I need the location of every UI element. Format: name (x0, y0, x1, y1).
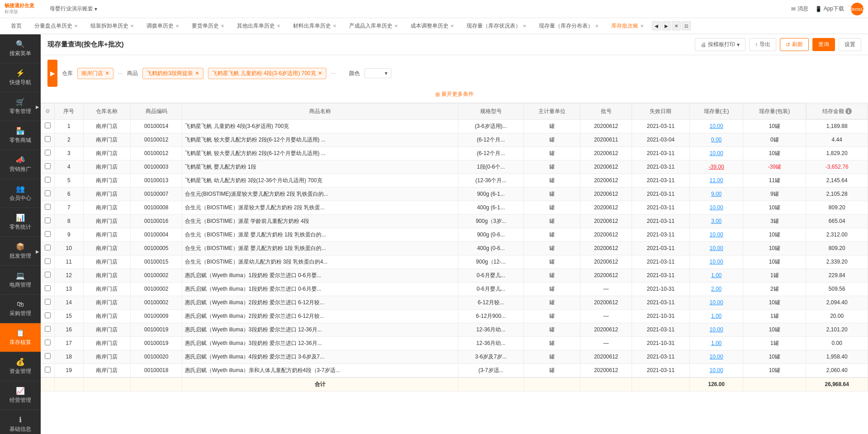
close-icon[interactable]: ✕ (450, 24, 454, 28)
row-checkbox[interactable] (45, 285, 51, 291)
tab-material-out[interactable]: 材料出库单历史 ✕ (287, 19, 343, 33)
sidebar-item-retail-shop[interactable]: 🏪 零售商城 (0, 121, 41, 150)
row-checkbox[interactable] (45, 217, 51, 223)
sidebar-item-shortcut[interactable]: ⚡ 快捷导航 (0, 63, 41, 92)
tab-cost-adjust[interactable]: 成本调整单历史 ✕ (404, 19, 460, 33)
filter-collapse-btn[interactable]: ▶ (47, 60, 57, 87)
close-icon[interactable]: ✕ (130, 24, 134, 28)
row-checkbox[interactable] (45, 326, 51, 332)
template-print-btn[interactable]: 🖨 按模板打印 ▾ (695, 38, 745, 51)
row-checkbox[interactable] (45, 136, 51, 142)
warehouse-more[interactable]: ··· (118, 70, 123, 76)
gear-icon[interactable]: ⚙ (45, 108, 50, 114)
td-checkbox (41, 133, 55, 146)
row-checkbox[interactable] (45, 150, 51, 156)
td-stock-pack: 10罐 (743, 255, 806, 269)
tab-product-in[interactable]: 产成品入库单历史 ✕ (343, 19, 404, 33)
tab-stock-dist[interactable]: 现存量（库存分布表） ✕ (533, 19, 605, 33)
export-btn[interactable]: ↑ 导出 (749, 38, 776, 51)
td-stock-main[interactable]: 1.00 (689, 309, 743, 323)
product-more[interactable]: ··· (331, 70, 335, 76)
tab-home[interactable]: 首页 (5, 19, 28, 33)
color-select[interactable]: ▾ (364, 68, 392, 78)
context-selector[interactable]: 母婴行业演示账套 ▾ (50, 5, 97, 13)
close-icon[interactable]: ✕ (74, 24, 78, 28)
expand-conditions-btn[interactable]: ⊞ 展开更多条件 (47, 90, 861, 98)
td-stock-main[interactable]: 10.00 (689, 255, 743, 269)
balance-info-icon[interactable]: ℹ (845, 108, 852, 114)
refresh-btn[interactable]: ↺ 刷新 (780, 38, 809, 51)
close-icon[interactable]: ✕ (221, 24, 224, 28)
tab-batch-ledger[interactable]: 库存批次账 ✕ (605, 19, 650, 33)
tab-require[interactable]: 要货单历史 ✕ (185, 19, 231, 33)
close-icon[interactable]: ✕ (523, 24, 526, 28)
row-checkbox[interactable] (45, 353, 51, 359)
warehouse-remove-btn[interactable]: ✕ (105, 70, 109, 76)
row-checkbox[interactable] (45, 312, 51, 318)
td-stock-main[interactable]: 10.00 (689, 350, 743, 363)
td-stock-main[interactable]: 10.00 (689, 241, 743, 255)
td-stock-main[interactable]: 10.00 (689, 296, 743, 309)
close-icon[interactable]: ✕ (175, 24, 179, 28)
row-checkbox[interactable] (45, 204, 51, 210)
sidebar-item-ecommerce[interactable]: 💻 电商管理 (0, 266, 41, 295)
sidebar-item-wholesale[interactable]: 📦 批发管理 ▶ (0, 237, 41, 266)
row-checkbox[interactable] (45, 299, 51, 305)
product2-remove-btn[interactable]: ✕ (318, 70, 322, 76)
row-checkbox[interactable] (45, 231, 51, 237)
td-stock-main[interactable]: 10.00 (689, 119, 743, 133)
sidebar-item-finance[interactable]: 💰 资金管理 (0, 352, 41, 381)
close-icon[interactable]: ✕ (333, 24, 336, 28)
tab-transfer[interactable]: 调拨单历史 ✕ (140, 19, 185, 33)
tab-split-count[interactable]: 分量盘点单历史 ✕ (28, 19, 84, 33)
td-stock-main[interactable]: 10.00 (689, 363, 743, 377)
row-checkbox[interactable] (45, 163, 51, 169)
tab-prev-btn[interactable]: ◀ (652, 21, 661, 30)
td-stock-main[interactable]: -39.00 (689, 160, 743, 174)
tab-disassemble[interactable]: 组装拆卸单历史 ✕ (84, 19, 140, 33)
row-checkbox[interactable] (45, 190, 51, 196)
row-checkbox[interactable] (45, 367, 51, 373)
td-stock-main[interactable]: 11.00 (689, 174, 743, 187)
td-stock-main[interactable]: 0.00 (689, 133, 743, 146)
close-icon[interactable]: ✕ (640, 24, 644, 28)
tab-stock-status[interactable]: 现存量（库存状况表） ✕ (460, 19, 533, 33)
td-stock-main[interactable]: 1.00 (689, 336, 743, 350)
row-checkbox[interactable] (45, 272, 51, 278)
sidebar-item-retail[interactable]: 🛒 零售管理 ▶ (0, 92, 41, 121)
product1-remove-btn[interactable]: ✕ (195, 70, 199, 76)
td-stock-main[interactable]: 2.00 (689, 282, 743, 296)
sidebar-item-members[interactable]: 👥 会员中心 (0, 179, 41, 208)
user-profile[interactable]: demo2 (851, 3, 863, 15)
tab-menu-btn[interactable]: ⊡ (682, 21, 691, 30)
close-icon[interactable]: ✕ (277, 24, 280, 28)
td-stock-main[interactable]: 1.00 (689, 269, 743, 282)
close-icon[interactable]: ✕ (394, 24, 398, 28)
app-download-btn[interactable]: 📱 App下载 (815, 5, 844, 13)
td-stock-main[interactable]: 10.00 (689, 323, 743, 336)
sidebar-item-inventory[interactable]: 📋 库存核算 (0, 323, 41, 352)
sidebar-item-search[interactable]: 🔍 搜索英单 (0, 34, 41, 63)
query-btn[interactable]: 查询 (812, 38, 835, 51)
sidebar-item-retail-stats[interactable]: 📊 零售统计 (0, 208, 41, 237)
td-stock-main[interactable]: 3.00 (689, 214, 743, 228)
td-stock-main[interactable]: 10.00 (689, 228, 743, 241)
td-stock-main[interactable]: 9.00 (689, 187, 743, 201)
row-checkbox[interactable] (45, 245, 51, 250)
close-icon[interactable]: ✕ (595, 24, 599, 28)
row-checkbox[interactable] (45, 123, 51, 128)
settings-btn[interactable]: 设置 (839, 38, 861, 51)
tab-next-btn[interactable]: ▶ (662, 21, 671, 30)
sidebar-item-marketing[interactable]: 📣 营销推广 (0, 150, 41, 179)
sidebar-item-purchase[interactable]: 🛍 采购管理 (0, 295, 41, 323)
messages-btn[interactable]: ✉ 消息 (791, 5, 808, 13)
td-stock-main[interactable]: 10.00 (689, 146, 743, 160)
sidebar-item-basic[interactable]: ℹ 基础信息 (0, 410, 41, 434)
tab-other-out[interactable]: 其他出库单历史 ✕ (231, 19, 287, 33)
row-checkbox[interactable] (45, 340, 51, 345)
td-stock-main[interactable]: 10.00 (689, 201, 743, 214)
row-checkbox[interactable] (45, 258, 51, 264)
sidebar-item-operations[interactable]: 📈 经营管理 (0, 381, 41, 410)
row-checkbox[interactable] (45, 177, 51, 183)
tab-close-btn[interactable]: ✕ (672, 21, 681, 30)
